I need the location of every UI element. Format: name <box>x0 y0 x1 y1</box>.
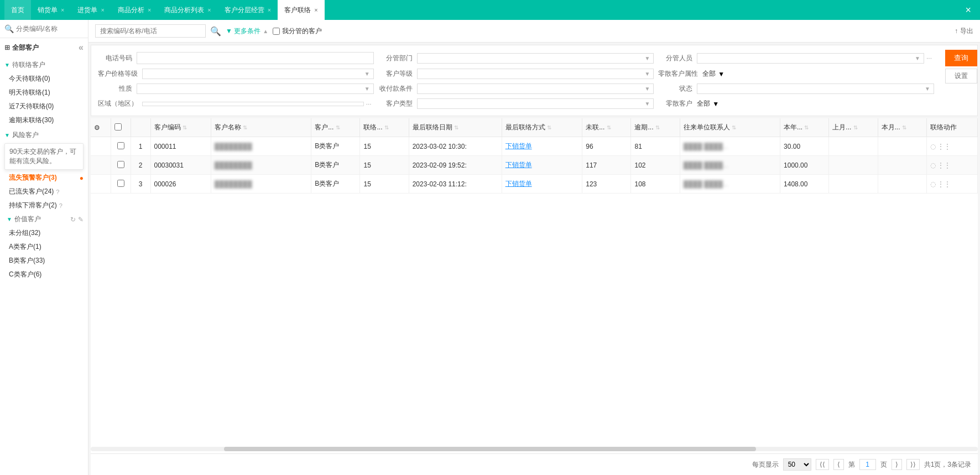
payment-select[interactable]: ▼ <box>417 83 654 94</box>
prev-page-button[interactable]: ⟨ <box>833 459 844 470</box>
row-this-month-2 <box>878 175 926 194</box>
col-last-month[interactable]: 上月... ⇅ <box>829 118 878 137</box>
row-actions-0[interactable]: ◌ ⋮⋮ <box>926 137 977 156</box>
page-number-input[interactable] <box>859 459 876 470</box>
sidebar-item-declining[interactable]: 持续下滑客户(2) ? <box>0 199 88 212</box>
sidebar-search-input[interactable] <box>16 25 88 33</box>
sidebar-item-tomorrow[interactable]: 明天待联络(1) <box>0 86 88 100</box>
nav-item-home[interactable]: 首页 <box>4 0 31 20</box>
col-this-month[interactable]: 本月... ⇅ <box>878 118 926 137</box>
row-last-type-0[interactable]: 下销货单 <box>502 137 582 156</box>
col-not-contacted[interactable]: 未联... ⇅ <box>582 118 631 137</box>
main-layout: 🔍 ⊞ 全部客户 « ▼ 待联络客户 今天待联络(0) 明天待联络(1) 近7天… <box>0 20 980 475</box>
close-icon-analysis-list[interactable]: × <box>207 7 211 13</box>
retail-customer-select[interactable]: 全部 ▼ <box>697 99 934 108</box>
more-conditions-button[interactable]: ▼ 更多条件 ▲ <box>226 27 268 36</box>
search-input[interactable] <box>95 24 206 38</box>
sidebar-item-today[interactable]: 今天待联络(0) <box>0 72 88 86</box>
sidebar-item-7days[interactable]: 近7天待联络(0) <box>0 100 88 113</box>
close-icon-customer-contact[interactable]: × <box>314 7 317 13</box>
churn-warning-dot: ● <box>80 174 84 182</box>
nav-item-customer-layers[interactable]: 客户分层经营 × <box>218 0 278 20</box>
close-icon-purchase[interactable]: × <box>101 7 104 13</box>
overdue-contact-label: 逾期未联络(30) <box>9 116 54 125</box>
search-button[interactable]: 🔍 <box>210 26 221 36</box>
phone-input[interactable] <box>137 52 374 64</box>
tomorrow-contact-label: 明天待联络(1) <box>9 88 50 97</box>
nav-item-customer-contact[interactable]: 客户联络 × <box>278 0 324 20</box>
col-last-contact-type[interactable]: 最后联络方式 ⇅ <box>502 118 582 137</box>
nature-select[interactable]: ▼ <box>137 83 374 94</box>
row-code-2: 000026 <box>150 175 211 194</box>
sidebar-item-ungroup[interactable]: 未分组(32) <box>0 226 88 240</box>
row-actions-1[interactable]: ◌ ⋮⋮ <box>926 156 977 175</box>
col-contact-label: 联络... <box>363 123 382 131</box>
row-last-type-2[interactable]: 下销货单 <box>502 175 582 194</box>
row-checkbox-2[interactable] <box>111 175 131 194</box>
sidebar-item-churned[interactable]: 已流失客户(24) ? <box>0 185 88 199</box>
col-last-contact-date[interactable]: 最后联络日期 ⇅ <box>409 118 502 137</box>
close-icon-customer-layers[interactable]: × <box>268 7 271 13</box>
col-contact[interactable]: 联络... ⇅ <box>360 118 409 137</box>
per-page-select[interactable]: 50 100 <box>783 458 811 471</box>
col-code[interactable]: 客户编码 ⇅ <box>150 118 211 137</box>
col-name[interactable]: 客户名称 ⇅ <box>211 118 311 137</box>
col-this-year[interactable]: 本年... ⇅ <box>780 118 829 137</box>
manager-dots[interactable]: ··· <box>924 54 934 62</box>
customer-level-select[interactable]: ▼ <box>417 69 654 79</box>
edit-icon[interactable]: ✎ <box>78 216 84 223</box>
nav-item-analysis-list[interactable]: 商品分析列表 × <box>158 0 217 20</box>
pending-contact-label: 待联络客户 <box>12 60 45 70</box>
query-button[interactable]: 查询 <box>945 50 977 66</box>
scroll-thumb[interactable] <box>224 447 756 451</box>
retail-attr-select[interactable]: 全部 ▼ <box>702 69 934 79</box>
today-contact-label: 今天待联络(0) <box>9 74 50 83</box>
horizontal-scrollbar[interactable] <box>91 445 978 453</box>
nav-item-analysis[interactable]: 商品分析 × <box>111 0 158 20</box>
row-settings-1 <box>91 156 111 175</box>
customer-level-label: 客户等级 <box>378 69 417 79</box>
status-select[interactable]: ▼ <box>697 83 934 94</box>
customer-type-select[interactable]: ▼ <box>417 98 654 109</box>
dept-select[interactable]: ▼ <box>417 53 654 64</box>
first-page-button[interactable]: ⟨⟨ <box>816 459 829 470</box>
region-dots[interactable]: ··· <box>364 100 374 108</box>
col-unit-contacts[interactable]: 往来单位联系人 ⇅ <box>680 118 780 137</box>
value-customer-section[interactable]: ▼ 价值客户 ↻ ✎ <box>0 212 88 226</box>
export-button[interactable]: ↑ 导出 <box>955 27 973 36</box>
close-icon-analysis[interactable]: × <box>148 7 151 13</box>
sidebar-item-churn-warning[interactable]: 流失预警客户(3) ● <box>0 171 88 185</box>
row-checkbox-0[interactable] <box>111 137 131 156</box>
row-actions-2[interactable]: ◌ ⋮⋮ <box>926 175 977 194</box>
settings-button[interactable]: 设置 <box>945 69 977 83</box>
top-nav: 首页 销货单 × 进货单 × 商品分析 × 商品分析列表 × 客户分层经营 × … <box>0 0 980 20</box>
col-type[interactable]: 客户... ⇅ <box>311 118 360 137</box>
price-level-select[interactable]: ▼ <box>142 69 374 79</box>
pending-contact-section[interactable]: ▼ 待联络客户 <box>0 57 88 72</box>
row-last-type-1[interactable]: 下销货单 <box>502 156 582 175</box>
region-select[interactable] <box>142 102 364 106</box>
close-icon-sales[interactable]: × <box>61 7 64 13</box>
my-customers-checkbox[interactable] <box>273 28 280 35</box>
risk-customer-section[interactable]: ▼ 风险客户 <box>0 127 88 142</box>
manager-select[interactable]: ▼ <box>697 53 924 64</box>
nav-item-sales[interactable]: 销货单 × <box>31 0 71 20</box>
sidebar-header[interactable]: ⊞ 全部客户 « <box>0 38 88 57</box>
close-all-button[interactable]: × <box>961 4 976 16</box>
row-checkbox-1[interactable] <box>111 156 131 175</box>
col-type-label: 客户... <box>315 123 333 131</box>
my-customers-filter[interactable]: 我分管的客户 <box>273 27 322 36</box>
last-page-button[interactable]: ⟩⟩ <box>906 459 920 470</box>
refresh-icon[interactable]: ↻ <box>70 216 76 223</box>
sidebar-item-class-b[interactable]: B类客户(33) <box>0 254 88 268</box>
next-page-button[interactable]: ⟩ <box>892 459 902 470</box>
collapse-icon[interactable]: « <box>79 43 84 53</box>
sidebar-item-overdue[interactable]: 逾期未联络(30) <box>0 113 88 127</box>
sidebar-item-class-a[interactable]: A类客户(1) <box>0 240 88 254</box>
nav-item-purchase[interactable]: 进货单 × <box>71 0 111 20</box>
col-settings[interactable]: ⚙ <box>91 118 111 137</box>
sidebar-item-class-c[interactable]: C类客户(6) <box>0 268 88 281</box>
col-overdue[interactable]: 逾期... ⇅ <box>631 118 680 137</box>
select-all-checkbox[interactable] <box>114 123 122 131</box>
row-unit-contacts-0: ████ ████... <box>680 137 780 156</box>
